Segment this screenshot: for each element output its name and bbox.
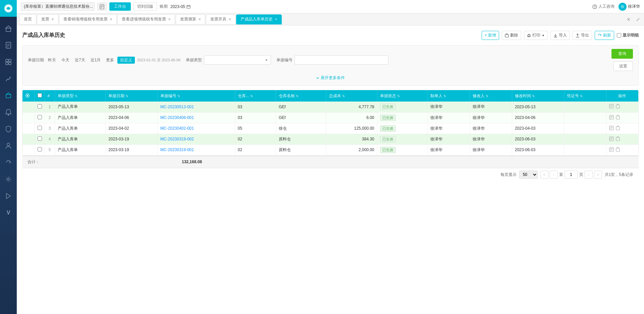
type-col-header[interactable]: 单据类型⇅ <box>55 90 106 102</box>
row-checkbox[interactable] <box>35 134 45 144</box>
refresh-button[interactable]: 刷新 <box>595 31 614 40</box>
creator-col-header[interactable]: 制单人⇅ <box>427 90 470 102</box>
custom-btn[interactable]: 自定义 <box>117 57 135 64</box>
mtime-col-header[interactable]: 修改时间⇅ <box>512 90 564 102</box>
company-name[interactable]: (库存核算）直播轻绑通信息技术股份... ▼ <box>21 2 95 11</box>
delete-row-icon[interactable] <box>616 115 620 121</box>
delete-row-icon[interactable] <box>616 147 620 153</box>
yesterday-btn[interactable]: 昨天 <box>46 57 58 64</box>
new-button[interactable]: + 新增 <box>482 31 499 40</box>
page-input[interactable] <box>565 171 578 179</box>
last7days-btn[interactable]: 近7天 <box>73 57 87 64</box>
type-select[interactable]: ▼ <box>204 55 271 65</box>
row-creator: 徐泽华 <box>427 102 470 112</box>
cost-col-header[interactable]: 总成本⇅ <box>326 90 377 102</box>
tab-open[interactable]: 发票开具 ✕ <box>206 14 235 24</box>
tab-close-check-purchase[interactable]: ✕ <box>168 17 171 21</box>
app-logo[interactable] <box>0 0 17 17</box>
sidebar-item-play[interactable] <box>0 188 17 204</box>
tab-close-open[interactable]: ✕ <box>228 17 231 21</box>
sidebar-item-refresh[interactable] <box>0 154 17 171</box>
row-checkbox[interactable] <box>35 102 45 112</box>
delete-row-icon[interactable] <box>616 136 620 142</box>
wname-col-header[interactable]: 仓库名称⇅ <box>276 90 326 102</box>
tab-close-history[interactable]: ✕ <box>275 17 277 21</box>
modifier-col-header[interactable]: 修改人⇅ <box>470 90 512 102</box>
row-code[interactable]: MC-20230319-001 <box>157 144 235 155</box>
tab-calc[interactable]: 发票测算 ✕ <box>176 14 205 24</box>
window-close-icon[interactable]: ✕ <box>625 17 632 22</box>
user-service-btn[interactable]: 人工咨询 <box>592 4 614 9</box>
number-input[interactable] <box>294 55 388 65</box>
expand-filter-btn[interactable]: 展开更多条件 <box>313 74 347 82</box>
print-button[interactable]: 打印 ▼ <box>524 31 548 40</box>
next-page-btn[interactable]: › <box>585 171 593 179</box>
status-col-header[interactable]: 单据状态⇅ <box>377 90 427 102</box>
import-button[interactable]: 导入 <box>550 31 570 40</box>
row-code[interactable]: MC-20230402-001 <box>157 123 235 134</box>
search-button[interactable]: 查询 <box>611 49 633 59</box>
row-checkbox[interactable] <box>35 144 45 155</box>
row-checkbox[interactable] <box>35 112 45 123</box>
switch-version-button[interactable]: 切到旧版 <box>133 2 157 11</box>
edit-icon[interactable] <box>609 126 614 131</box>
sidebar-item-shield[interactable] <box>0 121 17 137</box>
tab-close-check-sale[interactable]: ✕ <box>110 17 112 21</box>
edit-icon[interactable] <box>609 115 614 121</box>
user-avatar[interactable]: 徐 徐泽华 <box>619 3 640 11</box>
row-code[interactable]: MC-20230319-002 <box>157 134 235 144</box>
tab-close-invoice[interactable]: ✕ <box>51 17 54 21</box>
per-page-select[interactable]: 50 100 200 <box>519 171 538 179</box>
date-col-header[interactable]: 单据日期⇅ <box>106 90 158 102</box>
window-maximize-icon[interactable]: ⤢ <box>635 17 641 22</box>
sidebar-item-user[interactable] <box>0 137 17 154</box>
sidebar-item-grid[interactable] <box>0 54 17 70</box>
sidebar-item-home[interactable] <box>0 20 17 37</box>
today-btn[interactable]: 今天 <box>59 57 71 64</box>
row-voucher <box>564 134 606 144</box>
tab-history[interactable]: 产成品入库单历史 ✕ <box>236 14 282 24</box>
checkbox-col-header[interactable] <box>35 90 45 102</box>
sidebar-item-warehouse[interactable] <box>0 87 17 104</box>
set-button[interactable]: 设置 <box>613 61 633 71</box>
export-button[interactable]: 导出 <box>573 31 592 40</box>
tab-home[interactable]: 首页 <box>19 14 36 24</box>
row-wname: GEf <box>276 102 326 112</box>
display-detail-toggle[interactable]: 显示明细 <box>617 33 639 38</box>
edit-icon[interactable] <box>609 104 614 110</box>
tab-check-sale[interactable]: 查看销项增值税专用发票 ✕ <box>59 14 117 24</box>
code-col-header[interactable]: 单据编号⇅ <box>157 90 235 102</box>
first-page-btn[interactable]: « <box>540 171 548 179</box>
date-label: 单据日期 <box>28 57 44 63</box>
more-btn[interactable]: 更多 <box>104 57 116 64</box>
sort-icon: ⇅ <box>75 94 77 98</box>
sidebar-item-chart[interactable] <box>0 70 17 87</box>
row-code[interactable]: MC-20230406-001 <box>157 112 235 123</box>
edit-icon[interactable] <box>609 147 614 153</box>
delete-button[interactable]: 删除 <box>502 31 521 40</box>
sidebar-item-doc[interactable] <box>0 37 17 54</box>
row-code[interactable]: MC-20230513-001 <box>157 102 235 112</box>
tab-check-purchase[interactable]: 查看进项增值税专用发票 ✕ <box>117 14 175 24</box>
sort-icon: ⇅ <box>125 94 128 98</box>
display-detail-checkbox[interactable] <box>617 33 621 38</box>
doc-icon-btn[interactable] <box>97 3 107 11</box>
row-voucher <box>564 123 606 134</box>
sidebar-item-bell[interactable] <box>0 104 17 121</box>
workbench-button[interactable]: 工作台 <box>109 2 131 11</box>
last1month-btn[interactable]: 近1月 <box>89 57 103 64</box>
last-page-btn[interactable]: » <box>594 171 602 179</box>
tab-close-calc[interactable]: ✕ <box>198 17 201 21</box>
prev-page-btn[interactable]: ‹ <box>550 171 558 179</box>
edit-icon[interactable] <box>609 136 614 142</box>
delete-row-icon[interactable] <box>616 104 620 110</box>
sidebar-item-settings[interactable] <box>0 171 17 188</box>
row-type: 产品入库单 <box>55 144 106 155</box>
sidebar-item-v[interactable]: V <box>0 204 17 221</box>
select-all-checkbox[interactable] <box>38 93 42 98</box>
delete-row-icon[interactable] <box>616 126 620 131</box>
voucher-col-header[interactable]: 凭证号⇅ <box>564 90 606 102</box>
wcode-col-header[interactable]: 仓库...⇅ <box>235 90 276 102</box>
row-checkbox[interactable] <box>35 123 45 134</box>
tab-invoice[interactable]: 发票 ✕ <box>37 14 58 24</box>
